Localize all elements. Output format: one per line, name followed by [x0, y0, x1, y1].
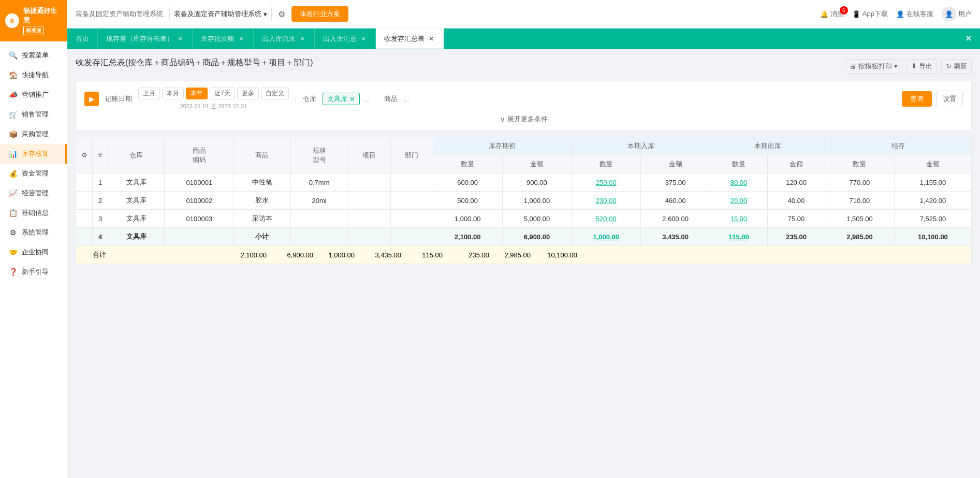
notifications-btn[interactable]: 🔔 消息 6 [820, 9, 844, 19]
table-container: ⚙ # 仓库 商品编码 商品 规格型号 项目 部门 库存期初 本期入库 本期出库… [76, 137, 972, 264]
chevron-down-expand-icon: ∨ [500, 115, 505, 123]
trial-button[interactable]: 体验行业方案 [291, 6, 348, 22]
data-cell: 7,525.00 [894, 210, 971, 228]
link-cell[interactable]: 80.00 [710, 173, 768, 192]
tab-flow[interactable]: 出入库流水 ✕ [254, 28, 315, 49]
settings-icon[interactable]: ⚙ [278, 9, 285, 19]
date-btn-this-month[interactable]: 本月 [162, 88, 184, 99]
data-cell: 770.00 [825, 173, 895, 192]
sidebar-item-marketing[interactable]: 📣 营销推广 [0, 85, 67, 105]
filter-row-main: ▶ 记账日期 上月 本月 本年 近7天 更多 自定义 2023-01-01 至 … [84, 88, 963, 110]
filter-collapse-btn[interactable]: ▶ [84, 92, 99, 106]
data-cell [348, 173, 390, 192]
tab-batch-close[interactable]: ✕ [238, 35, 245, 42]
sidebar-item-purchase[interactable]: 📦 采购管理 [0, 124, 67, 144]
col-open-amt-header: 金额 [502, 155, 572, 173]
data-cell: 500.00 [433, 192, 502, 210]
header: 装备及固定资产辅助管理系统 装备及固定资产辅助管理系统 ▾ ⚙ 体验行业方案 🔔… [67, 0, 980, 28]
sidebar-item-operations[interactable]: 📈 经营管理 [0, 183, 67, 203]
sidebar-item-system[interactable]: ⚙ 系统管理 [0, 223, 67, 242]
chevron-down-icon: ▾ [264, 10, 267, 18]
sidebar-item-guide[interactable]: ❓ 新手引导 [0, 262, 67, 282]
online-service-btn[interactable]: 👤 在线客服 [896, 9, 933, 19]
online-service-label: 在线客服 [906, 9, 933, 19]
data-cell: 小计 [234, 228, 290, 246]
link-cell[interactable]: 250.00 [572, 173, 641, 192]
sidebar-item-quick-nav[interactable]: 🏠 快捷导航 [0, 65, 67, 85]
date-btn-custom[interactable]: 自定义 [261, 88, 289, 99]
marketing-icon: 📣 [8, 90, 18, 99]
goods-dots[interactable]: ... [404, 95, 409, 103]
sidebar-item-finance[interactable]: 💰 资金管理 [0, 164, 67, 183]
tab-stock-dist-close[interactable]: ✕ [177, 35, 184, 42]
tab-stock-dist[interactable]: 现存量（库存分布表） ✕ [98, 28, 193, 49]
setting-button[interactable]: 设置 [936, 91, 963, 107]
tab-collect-summary-close[interactable]: ✕ [428, 35, 435, 42]
tab-batch[interactable]: 库存批次账 ✕ [193, 28, 254, 49]
sidebar-label-system: 系统管理 [22, 228, 49, 237]
sidebar-item-search[interactable]: 🔍 搜索菜单 [0, 46, 67, 65]
warehouse-filter: 文具库 ✕ ... [323, 93, 370, 105]
tabs-bar: 首页 现存量（库存分布表） ✕ 库存批次账 ✕ 出入库流水 ✕ 出入库汇总 ✕ … [67, 28, 980, 49]
date-btn-last-month[interactable]: 上月 [138, 88, 160, 99]
col-in-amt-header: 金额 [641, 155, 710, 173]
tab-home[interactable]: 首页 [67, 28, 98, 49]
user-menu[interactable]: 👤 用户 [942, 7, 972, 21]
tab-stock-dist-label: 现存量（库存分布表） [106, 34, 173, 44]
close-all-tabs[interactable]: ✕ [957, 34, 980, 44]
data-cell: 4 [93, 228, 108, 246]
data-cell: 10,100.00 [894, 228, 971, 246]
print-btn[interactable]: 🖨 按模板打印 ▾ [845, 59, 902, 74]
row-settings [76, 173, 93, 192]
data-cell: 710.00 [825, 192, 895, 210]
col-warehouse-header: 仓库 [108, 137, 165, 173]
date-btn-7days[interactable]: 近7天 [210, 88, 235, 99]
sidebar-item-base-info[interactable]: 📋 基础信息 [0, 203, 67, 223]
link-cell[interactable]: 520.00 [572, 210, 641, 228]
data-cell [390, 173, 433, 192]
tab-flow-close[interactable]: ✕ [299, 35, 306, 42]
expand-more-btn[interactable]: ∨ 展开更多条件 [84, 114, 963, 124]
sidebar-item-sales[interactable]: 🛒 销售管理 [0, 105, 67, 124]
data-cell: 0.7mm [290, 173, 348, 192]
service-icon: 👤 [896, 10, 904, 18]
sidebar-label-quick-nav: 快捷导航 [22, 70, 49, 80]
date-btn-more[interactable]: 更多 [237, 88, 259, 99]
sidebar-item-inventory[interactable]: 📊 库存核算 [0, 144, 67, 164]
col-balance-header: 结存 [825, 137, 972, 155]
logo-text: 畅捷通好生意 标准版 [23, 6, 62, 35]
link-cell[interactable]: 15.00 [710, 210, 768, 228]
system-selector[interactable]: 装备及固定资产辅助管理系统 ▾ [169, 7, 272, 21]
data-cell [290, 228, 348, 246]
link-cell[interactable]: 1,000.00 [572, 228, 641, 246]
sidebar-label-search: 搜索菜单 [22, 51, 49, 60]
data-cell: 中性笔 [234, 173, 290, 192]
tab-summary-close[interactable]: ✕ [360, 35, 367, 42]
app-download-btn[interactable]: 📱 App下载 [852, 9, 888, 19]
notification-badge: 6 [840, 6, 848, 15]
system-icon: ⚙ [8, 228, 18, 237]
data-cell: 1 [93, 173, 108, 192]
filter-divider-1: | [295, 95, 297, 103]
link-cell[interactable]: 230.00 [572, 192, 641, 210]
user-label: 用户 [958, 9, 972, 19]
warehouse-tag-close[interactable]: ✕ [349, 95, 355, 103]
finance-icon: 💰 [8, 169, 18, 178]
refresh-btn[interactable]: ↻ 刷新 [941, 59, 972, 74]
sidebar-item-enterprise[interactable]: 🤝 企业协同 [0, 242, 67, 262]
tab-summary[interactable]: 出入库汇总 ✕ [315, 28, 376, 49]
link-cell[interactable]: 115.00 [710, 228, 768, 246]
link-cell[interactable]: 20.00 [710, 192, 768, 210]
export-btn[interactable]: ⬇ 导出 [906, 59, 937, 74]
tab-collect-summary[interactable]: 收发存汇总表 ✕ [376, 28, 444, 49]
col-code-header: 商品编码 [165, 137, 234, 173]
query-button[interactable]: 查询 [902, 91, 932, 107]
app-download-label: App下载 [862, 9, 888, 19]
warehouse-dots[interactable]: ... [364, 95, 370, 103]
date-label: 记账日期 [105, 94, 132, 104]
guide-icon: ❓ [8, 267, 18, 277]
selector-text: 装备及固定资产辅助管理系统 [174, 9, 261, 19]
date-btn-this-year[interactable]: 本年 [186, 88, 208, 99]
col-spec-header: 规格型号 [290, 137, 348, 173]
data-cell: 胶水 [234, 192, 290, 210]
